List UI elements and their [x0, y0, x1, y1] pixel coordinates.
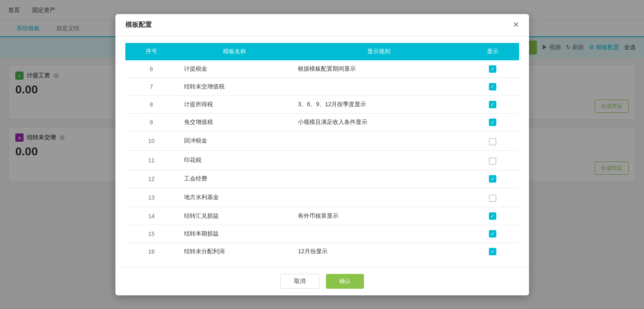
table-header: 序号 模板名称 显示规则 显示 — [125, 43, 519, 60]
row-no: 9 — [125, 113, 178, 131]
checkbox-wrap[interactable] — [489, 248, 496, 255]
row-display — [467, 242, 519, 260]
checkbox[interactable] — [489, 119, 496, 126]
checkbox-wrap[interactable] — [489, 195, 496, 202]
row-rule — [291, 225, 466, 242]
col-rule: 显示规则 — [291, 43, 466, 60]
table-row: 7结转未交增值税 — [125, 78, 519, 95]
row-display — [467, 113, 519, 131]
col-name: 模板名称 — [177, 43, 291, 60]
row-display — [467, 170, 519, 188]
table-row: 6计提税金根据模板配置期间显示 — [125, 60, 519, 78]
table-row: 16结转未分配利润12月份显示 — [125, 242, 519, 260]
checkbox[interactable] — [489, 157, 496, 165]
row-no: 12 — [125, 170, 178, 188]
row-no: 7 — [125, 78, 178, 95]
checkbox-wrap[interactable] — [489, 230, 496, 238]
checkbox[interactable] — [489, 212, 496, 220]
row-display — [467, 95, 519, 113]
row-no: 8 — [125, 95, 178, 113]
row-display — [467, 150, 519, 170]
dialog-title: 模板配置 — [125, 21, 152, 29]
table-body: 6计提税金根据模板配置期间显示7结转未交增值税8计提所得税3、6、9、12月按季… — [125, 60, 519, 260]
row-no: 11 — [125, 150, 178, 170]
row-rule: 12月份显示 — [291, 242, 466, 260]
checkbox-wrap[interactable] — [489, 101, 496, 108]
row-no: 10 — [125, 131, 178, 150]
dialog-body: 序号 模板名称 显示规则 显示 6计提税金根据模板配置期间显示7结转未交增值税8… — [115, 36, 529, 267]
row-display — [467, 207, 519, 225]
checkbox-wrap[interactable] — [489, 119, 496, 126]
table-row: 10回冲税金 — [125, 131, 519, 150]
checkbox-wrap[interactable] — [489, 138, 496, 145]
table-row: 13地方水利基金 — [125, 188, 519, 207]
checkbox[interactable] — [489, 65, 496, 73]
row-no: 15 — [125, 225, 178, 242]
table-row: 12工会经费 — [125, 170, 519, 188]
cancel-button[interactable]: 取消 — [280, 274, 319, 289]
row-name: 计提所得税 — [177, 95, 291, 113]
checkbox[interactable] — [489, 195, 496, 202]
checkbox[interactable] — [489, 138, 496, 145]
row-name: 计提税金 — [177, 60, 291, 78]
checkbox-wrap[interactable] — [489, 83, 496, 90]
row-rule: 小规模且满足收入条件显示 — [291, 113, 466, 131]
checkbox[interactable] — [489, 83, 496, 90]
row-name: 结转未交增值税 — [177, 78, 291, 95]
col-display: 显示 — [467, 43, 519, 60]
col-no: 序号 — [125, 43, 178, 60]
row-rule — [291, 78, 466, 95]
template-config-dialog: 模板配置 ✕ 序号 模板名称 显示规则 显示 6计提税金根据模板配置期间显示7结… — [115, 14, 529, 295]
config-table: 序号 模板名称 显示规则 显示 6计提税金根据模板配置期间显示7结转未交增值税8… — [125, 43, 519, 260]
table-row: 11印花税 — [125, 150, 519, 170]
row-display — [467, 131, 519, 150]
row-name: 结转汇兑损益 — [177, 207, 291, 225]
table-row: 15结转本期损益 — [125, 225, 519, 242]
checkbox[interactable] — [489, 101, 496, 108]
row-display — [467, 225, 519, 242]
row-rule — [291, 188, 466, 207]
dialog-header: 模板配置 ✕ — [115, 14, 529, 36]
row-name: 结转本期损益 — [177, 225, 291, 242]
dialog-overlay: 模板配置 ✕ 序号 模板名称 显示规则 显示 6计提税金根据模板配置期间显示7结… — [0, 0, 644, 309]
row-name: 印花税 — [177, 150, 291, 170]
row-display — [467, 78, 519, 95]
checkbox-wrap[interactable] — [489, 157, 496, 165]
row-rule — [291, 131, 466, 150]
dialog-close-button[interactable]: ✕ — [513, 21, 519, 29]
row-name: 结转未分配利润 — [177, 242, 291, 260]
row-rule — [291, 150, 466, 170]
dialog-footer: 取消 确认 — [115, 267, 529, 295]
checkbox[interactable] — [489, 248, 496, 255]
row-no: 13 — [125, 188, 178, 207]
row-no: 14 — [125, 207, 178, 225]
row-name: 工会经费 — [177, 170, 291, 188]
row-display — [467, 188, 519, 207]
row-name: 免交增值税 — [177, 113, 291, 131]
row-rule — [291, 170, 466, 188]
row-rule: 有外币核算显示 — [291, 207, 466, 225]
row-rule: 根据模板配置期间显示 — [291, 60, 466, 78]
row-no: 16 — [125, 242, 178, 260]
checkbox-wrap[interactable] — [489, 175, 496, 183]
table-row: 9免交增值税小规模且满足收入条件显示 — [125, 113, 519, 131]
table-row: 8计提所得税3、6、9、12月按季度显示 — [125, 95, 519, 113]
row-rule: 3、6、9、12月按季度显示 — [291, 95, 466, 113]
checkbox-wrap[interactable] — [489, 65, 496, 73]
checkbox[interactable] — [489, 175, 496, 183]
row-name: 地方水利基金 — [177, 188, 291, 207]
checkbox-wrap[interactable] — [489, 212, 496, 220]
confirm-button[interactable]: 确认 — [326, 274, 364, 289]
checkbox[interactable] — [489, 230, 496, 238]
row-no: 6 — [125, 60, 178, 78]
table-row: 14结转汇兑损益有外币核算显示 — [125, 207, 519, 225]
row-display — [467, 60, 519, 78]
row-name: 回冲税金 — [177, 131, 291, 150]
